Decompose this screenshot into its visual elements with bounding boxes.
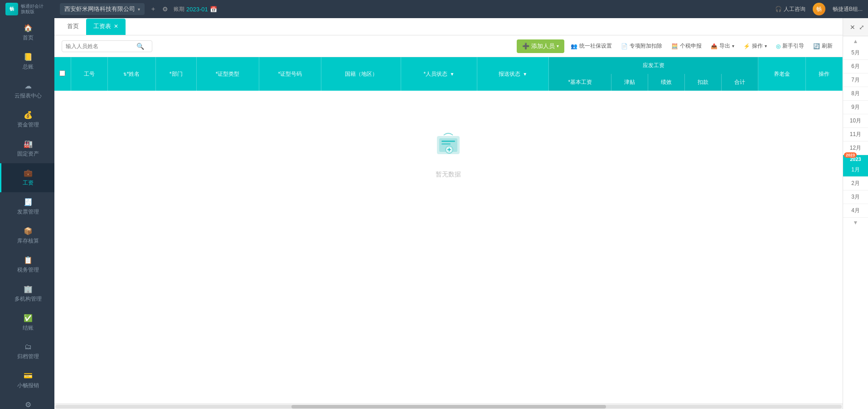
settings-icon-button[interactable]: ⚙ [159, 3, 171, 15]
sidebar-item-assets[interactable]: 🏭 固定资产 [0, 134, 54, 163]
month-item-1[interactable]: 1月 [843, 163, 868, 177]
add-person-button[interactable]: ➕ 添加人员 ▾ [517, 39, 564, 53]
expense-icon: 💳 [24, 371, 33, 380]
calendar-icon[interactable]: 📅 [210, 6, 217, 13]
th-cert-type: *证型类型 [196, 57, 259, 91]
app-logo: 畅 畅通好会计 旗舰版 [5, 3, 60, 15]
th-checkbox[interactable] [54, 57, 71, 91]
filter-status-icon: ▼ [450, 72, 455, 77]
th-salary-group: 应发工资 [549, 57, 758, 74]
sidebar-label-invoice: 发票管理 [17, 208, 39, 216]
th-name[interactable]: ⇅*姓名 [107, 57, 155, 91]
month-item-3[interactable]: 3月 [843, 190, 868, 204]
sidebar-label-expense: 小畅报销 [17, 382, 39, 390]
user-name[interactable]: 畅捷通B组... [833, 5, 863, 13]
sidebar-label-archive: 归档管理 [17, 353, 39, 360]
social-label: 统一社保设置 [579, 42, 612, 50]
sidebar-label-tax: 税务管理 [17, 266, 39, 274]
add-person-label: 添加人员 [531, 42, 555, 50]
month-item-10[interactable]: 10月 [843, 114, 868, 128]
year-down-arrow[interactable]: ▼ [843, 218, 868, 228]
inventory-icon: 📦 [24, 227, 33, 235]
sidebar-item-capital[interactable]: 💰 资金管理 [0, 105, 54, 134]
select-all-checkbox[interactable] [59, 70, 65, 76]
sidebar-item-home[interactable]: 🏠 首页 [0, 18, 54, 47]
sidebar-item-multi[interactable]: 🏢 多机构管理 [0, 279, 54, 308]
search-icon: 🔍 [136, 43, 144, 50]
social-security-action[interactable]: 👥 统一社保设置 [568, 40, 615, 52]
year-up-arrow[interactable]: ▲ [843, 36, 868, 46]
export-label: 导出 [719, 42, 730, 50]
empty-text: 暂无数据 [436, 170, 461, 179]
month-item-5[interactable]: 5月 [843, 46, 868, 60]
sidebar-label-salary: 工资 [23, 179, 34, 187]
service-label: 人工咨询 [784, 5, 805, 13]
scroll-thumb[interactable] [291, 405, 606, 409]
th-status[interactable]: *人员状态 ▼ [401, 57, 477, 91]
th-cert-no: *证型号码 [259, 57, 321, 91]
th-emp-no: 工号 [71, 57, 107, 91]
headset-icon: 🎧 [775, 6, 782, 12]
refresh-action[interactable]: 🔄 刷新 [810, 40, 835, 52]
month-item-8[interactable]: 8月 [843, 87, 868, 101]
top-header: 畅 畅通好会计 旗舰版 西安虾米网络科技有限公司 ▾ ＋ ⚙ 账期 2023-0… [0, 0, 868, 18]
operations-action[interactable]: ⚡ 操作 ▾ [741, 40, 770, 52]
sidebar-item-invoice[interactable]: 🧾 发票管理 [0, 192, 54, 221]
period-value[interactable]: 2023-01 [186, 6, 208, 13]
service-button[interactable]: 🎧 人工咨询 [775, 5, 805, 13]
period-label: 账期 [174, 5, 184, 13]
th-dept: *部门 [155, 57, 196, 91]
month-item-6[interactable]: 6月 [843, 60, 868, 73]
guide-action[interactable]: ◎ 新手引导 [773, 40, 807, 52]
guide-action-label: 新手引导 [782, 42, 804, 50]
month-item-7[interactable]: 7月 [843, 73, 868, 87]
sidebar-label-multi: 多机构管理 [15, 295, 42, 303]
table-container: 工号 ⇅*姓名 *部门 *证型类型 *证型号码 国籍（地区） *人员状态 ▼ 报… [54, 57, 843, 404]
th-operations: 操作 [805, 57, 842, 91]
tax-action-label: 个税申报 [680, 42, 702, 50]
th-report-status[interactable]: 报送状态 ▼ [477, 57, 549, 91]
sidebar-item-salary[interactable]: 💼 工资 [0, 163, 54, 192]
capital-icon: 💰 [24, 111, 33, 119]
sidebar-label-ledger: 总账 [23, 63, 34, 71]
th-subsidy: 津贴 [611, 74, 648, 91]
panel-expand-button[interactable]: ⤢ [858, 23, 865, 32]
svg-rect-2 [441, 141, 455, 142]
year-2023-label: 2023 2023 [843, 155, 868, 163]
panel-close-button[interactable]: ✕ [849, 23, 856, 32]
th-pension: 养老金 [758, 57, 806, 91]
sidebar-item-settings[interactable]: ⚙ 基础设置 [0, 395, 54, 409]
search-box[interactable]: 🔍 [62, 40, 152, 52]
multi-icon: 🏢 [24, 285, 33, 293]
sidebar-item-expense[interactable]: 💳 小畅报销 [0, 366, 54, 395]
th-performance: 绩效 [648, 74, 685, 91]
tab-bar: 首页 工资表 ✕ [54, 18, 843, 35]
tab-home[interactable]: 首页 [60, 19, 86, 35]
month-item-9[interactable]: 9月 [843, 101, 868, 114]
add-company-button[interactable]: ＋ [147, 3, 159, 15]
search-input[interactable] [66, 43, 134, 49]
month-item-2[interactable]: 2月 [843, 177, 868, 190]
tax-icon: 📋 [24, 256, 33, 264]
tab-close-icon[interactable]: ✕ [114, 23, 118, 29]
home-icon: 🏠 [24, 24, 33, 32]
bottom-scrollbar[interactable] [54, 404, 843, 409]
sidebar-label-home: 首页 [23, 34, 34, 42]
special-deduct-action[interactable]: 📄 专项附加扣除 [618, 40, 665, 52]
invoice-icon: 🧾 [24, 198, 33, 206]
month-item-11[interactable]: 11月 [843, 128, 868, 141]
sidebar-item-cloud[interactable]: ☁ 云报表中心 [0, 76, 54, 105]
sidebar-item-settle[interactable]: ✅ 结账 [0, 308, 54, 337]
export-action[interactable]: 📤 导出 ▾ [708, 40, 737, 52]
sidebar-item-archive[interactable]: 🗂 归档管理 [0, 337, 54, 366]
user-avatar: 畅 [813, 3, 825, 15]
company-selector[interactable]: 西安虾米网络科技有限公司 ▾ [60, 3, 145, 15]
month-item-4[interactable]: 4月 [843, 204, 868, 218]
sidebar-item-ledger[interactable]: 📒 总账 [0, 47, 54, 76]
export-icon: 📤 [711, 43, 718, 49]
sort-icon-name: ⇅ [123, 72, 127, 77]
sidebar-item-inventory[interactable]: 📦 库存核算 [0, 221, 54, 250]
income-tax-action[interactable]: 🧮 个税申报 [669, 40, 704, 52]
tab-salary-table[interactable]: 工资表 ✕ [86, 19, 126, 35]
sidebar-item-tax[interactable]: 📋 税务管理 [0, 250, 54, 279]
